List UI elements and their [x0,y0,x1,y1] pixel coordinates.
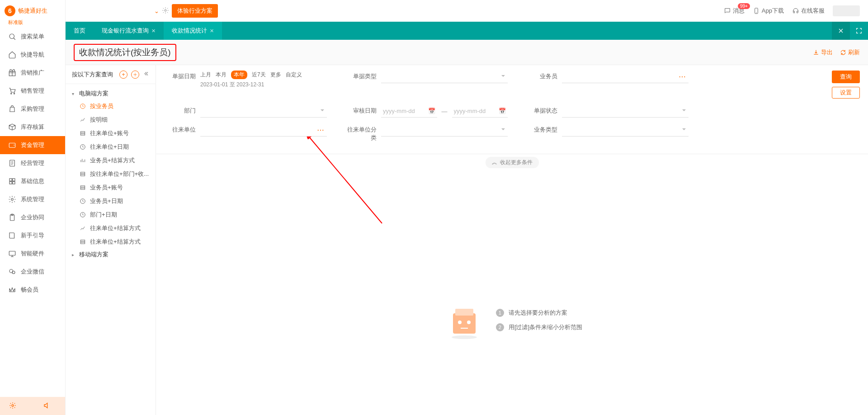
scheme-settings-button[interactable] [131,71,139,79]
user-menu[interactable] [833,5,860,16]
salesman-picker-icon[interactable]: ⋯ [679,72,686,81]
nav-item-tv[interactable]: 智能硬件 [0,245,65,263]
svg-rect-7 [13,179,15,181]
nav-item-wallet[interactable]: 资金管理 [0,136,65,154]
scheme-item[interactable]: 往来单位+结算方式 [76,222,153,235]
nav-item-wechat[interactable]: 企业微信 [0,263,65,281]
scheme-item[interactable]: 按往来单位+部门+收... [76,167,153,181]
date-option[interactable]: 本月 [216,71,226,79]
refresh-label: 刷新 [848,48,860,57]
nav-label: 营销推广 [21,69,44,77]
app-download-link[interactable]: App下载 [753,7,784,15]
calendar-icon[interactable]: 📅 [499,108,506,114]
scheme-item[interactable]: 往来单位+账号 [76,127,153,140]
date-option[interactable]: 自定义 [286,71,302,79]
partner-input[interactable] [200,124,327,137]
customer-service-link[interactable]: 在线客服 [792,7,825,15]
collapse-panel-button[interactable] [143,71,149,78]
label-doc-status: 单据状态 [526,105,557,115]
date-option[interactable]: 更多 [270,71,281,79]
query-button[interactable]: 查询 [832,71,860,83]
gear-icon[interactable] [162,7,169,15]
volume-icon[interactable] [43,402,51,410]
date-option[interactable]: 上月 [200,71,211,79]
nav-item-cart[interactable]: 销售管理 [0,82,65,100]
nav-item-gear[interactable]: 系统管理 [0,190,65,208]
settings-icon[interactable] [9,402,16,410]
nav-item-grid[interactable]: 基础信息 [0,172,65,190]
scheme-item[interactable]: 业务员+账号 [76,181,153,194]
partner-picker-icon[interactable]: ⋯ [317,126,324,134]
scheme-item[interactable]: 按业务员 [76,99,153,113]
chevron-down-icon[interactable]: ⌄ [154,8,159,14]
refresh-button[interactable]: 刷新 [840,48,860,57]
nav-item-book[interactable]: 新手引导 [0,226,65,245]
scheme-item[interactable]: 按明细 [76,113,153,127]
scheme-group-desktop[interactable]: ▾ 电脑端方案 [68,88,153,99]
nav-label: 企业微信 [21,268,44,276]
svg-point-10 [11,198,14,201]
scheme-group-mobile[interactable]: ▸ 移动端方案 [68,249,153,260]
date-option[interactable]: 本年 [231,71,247,79]
try-industry-button[interactable]: 体验行业方案 [172,4,218,18]
nav-item-home[interactable]: 快捷导航 [0,46,65,64]
chevron-down-icon: ▾ [72,91,76,96]
filter-area: 单据日期 上月本月本年近7天更多自定义 2023-01-01 至 2023-12… [156,65,868,415]
chart-icon [79,116,86,123]
nav-label: 经营管理 [21,159,44,167]
nav-label: 智能硬件 [21,250,44,258]
group-label: 移动端方案 [79,250,108,259]
messages-link[interactable]: 消息 99+ [724,7,745,15]
partner-cat-select[interactable] [381,124,508,137]
export-button[interactable]: 导出 [813,48,833,57]
bag-icon [8,105,16,113]
close-tab-button[interactable] [832,22,850,40]
nav-item-clip[interactable]: 企业协同 [0,208,65,226]
scheme-item[interactable]: 往来单位+日期 [76,140,153,154]
list-icon [79,238,86,245]
clock-icon [79,143,86,151]
collapse-label: 收起更多条件 [500,159,533,166]
nav-label: 新手引导 [21,231,44,240]
fullscreen-button[interactable] [850,22,868,40]
scheme-item[interactable]: 业务员+结算方式 [76,154,153,167]
date-option[interactable]: 近7天 [252,71,266,79]
salesman-input[interactable] [562,71,689,83]
topbar: ⌄ 体验行业方案 消息 99+ App下载 在线客服 [66,0,868,22]
scheme-item[interactable]: 往来单位+结算方式 [76,235,153,249]
nav-label: 系统管理 [21,195,44,203]
book-icon [8,231,16,240]
company-name[interactable] [74,7,151,15]
doc-status-select[interactable] [562,105,689,118]
scheme-item[interactable]: 业务员+日期 [76,194,153,208]
group-label: 电脑端方案 [79,90,108,98]
settings-button[interactable]: 设置 [832,87,860,99]
close-icon[interactable]: ✕ [210,28,214,34]
nav-item-vip[interactable]: 畅会员 [0,281,65,299]
svg-point-19 [135,74,136,75]
biz-type-select[interactable] [562,124,689,137]
svg-point-31 [458,321,462,324]
tab-首页[interactable]: 首页 [66,22,94,40]
nav-item-box[interactable]: 库存核算 [0,118,65,136]
tab-收款情况统计[interactable]: 收款情况统计✕ [164,22,222,40]
search-icon [8,33,16,41]
svg-rect-8 [9,182,12,184]
collapse-filters-button[interactable]: ︽ 收起更多条件 [486,157,539,168]
nav-item-bag[interactable]: 采购管理 [0,100,65,118]
scheme-item[interactable]: 部门+日期 [76,208,153,222]
nav-label: 企业协同 [21,213,44,222]
nav-item-gift[interactable]: 营销推广 [0,64,65,82]
close-icon[interactable]: ✕ [151,28,156,34]
chevron-right-icon: ▸ [72,252,76,257]
label-doc-type: 单据类型 [345,71,377,80]
nav-item-search[interactable]: 搜索菜单 [0,28,65,46]
dept-select[interactable] [200,105,327,118]
svg-point-17 [165,9,166,11]
add-scheme-button[interactable]: + [119,71,127,79]
clock-icon [79,198,86,205]
doc-type-select[interactable] [381,71,508,83]
calendar-icon[interactable]: 📅 [428,108,435,114]
nav-item-doc[interactable]: 经营管理 [0,154,65,172]
tab-现金银行流水查询[interactable]: 现金银行流水查询✕ [94,22,164,40]
